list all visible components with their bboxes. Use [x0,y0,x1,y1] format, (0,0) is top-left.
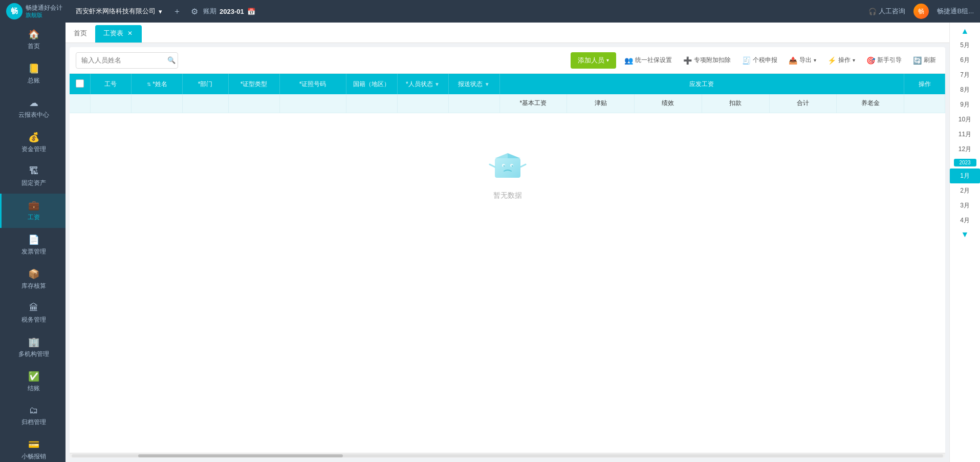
next-year-button[interactable]: ▼ [950,228,980,241]
user-avatar[interactable]: 畅 [913,4,929,19]
sidebar-item-salary[interactable]: 💼 工资 [0,194,66,228]
month-item-7[interactable]: 7月 [950,68,980,82]
svg-point-3 [503,165,505,166]
month-item-3[interactable]: 3月 [950,198,980,213]
calendar-icon[interactable]: 📅 [247,8,255,15]
content-area: 首页 工资表 ✕ 🔍 添加人员 ▾ 👥 统一社保设置 [66,23,949,462]
deduct-settings-button[interactable]: ➕ 专项附加扣除 [680,54,734,67]
expense-icon: 💳 [28,439,39,450]
operate-button[interactable]: ⚡ 操作 ▾ [824,54,858,67]
refresh-icon: 🔄 [913,56,922,65]
export-dropdown-arrow: ▾ [814,57,816,63]
refresh-button[interactable]: 🔄 刷新 [910,54,939,67]
sidebar-item-tax[interactable]: 🏛 税务管理 [0,297,66,330]
year-badge: 2023 [954,159,976,166]
sidebar-item-asset[interactable]: 🏗 固定资产 [0,160,66,194]
period-area: 账期 2023-01 📅 [203,7,255,16]
rstatus-filter-icon[interactable]: ▼ [485,81,490,87]
col-certtype-header: *证型类型 [228,74,279,94]
table-header-row1: 工号 ⇅ *姓名 *部门 *证型类型 *证照号码 国籍（地 [70,74,945,94]
company-selector[interactable]: 西安虾米网络科技有限公司 ▾ [72,5,166,18]
month-item-10[interactable]: 10月 [950,112,980,127]
sidebar-item-expense[interactable]: 💳 小畅报销 [0,433,66,462]
sidebar: 🏠 首页 📒 总账 ☁ 云报表中心 💰 资金管理 🏗 固定资产 💼 工资 📄 发… [0,23,66,462]
tab-close-button[interactable]: ✕ [126,29,134,37]
headset-icon: 🎧 [868,8,877,15]
month-item-9[interactable]: 9月 [950,97,980,112]
col-base-header: *基本工资 [499,94,567,113]
empty-state: 暂无数据 [70,113,945,231]
operate-dropdown-arrow: ▾ [853,57,855,63]
logo-text: 畅捷通好会计 旗舰版 [26,4,62,18]
month-item-6[interactable]: 6月 [950,53,980,68]
sidebar-item-closing[interactable]: ✅ 结账 [0,365,66,399]
export-button[interactable]: 📤 导出 ▾ [786,54,819,67]
salary-icon: 💼 [28,200,39,211]
export-icon: 📤 [789,56,797,65]
col-certno-header: *证照号码 [279,74,346,94]
sidebar-item-fund[interactable]: 💰 资金管理 [0,125,66,160]
tab-home[interactable]: 首页 [66,25,95,43]
sidebar-item-ledger[interactable]: 📒 总账 [0,57,66,91]
guide-icon: 🎯 [866,56,875,65]
col-salary-group-header: 应发工资 [499,74,904,94]
user-name[interactable]: 畅捷通B组... [937,7,974,16]
sidebar-item-archive[interactable]: 🗂 归档管理 [0,399,66,433]
svg-line-6 [520,164,526,167]
search-icon[interactable]: 🔍 [164,53,179,68]
header-actions: ＋ ⚙ [170,5,201,18]
human-service-button[interactable]: 🎧 人工咨询 [868,7,905,16]
guide-button[interactable]: 🎯 新手引导 [863,54,905,67]
col-action-header: 操作 [904,74,945,94]
search-input[interactable] [76,52,178,69]
social-settings-button[interactable]: 👥 统一社保设置 [621,54,675,67]
add-company-button[interactable]: ＋ [170,5,184,18]
scrollbar-track [72,454,943,457]
col-allowance-header: 津贴 [567,94,635,113]
sidebar-item-inventory[interactable]: 📦 库存核算 [0,262,66,297]
horizontal-scrollbar[interactable] [70,453,945,458]
tax-report-icon: 🧾 [742,56,751,65]
tax-report-button[interactable]: 🧾 个税申报 [739,54,780,67]
month-item-1[interactable]: 1月 [950,169,980,183]
home-icon: 🏠 [28,29,39,40]
add-dropdown-arrow: ▾ [606,57,609,63]
svg-line-5 [490,164,495,167]
svg-rect-0 [495,158,520,178]
select-all-checkbox[interactable] [76,79,84,88]
scrollbar-thumb[interactable] [138,454,343,457]
month-item-12[interactable]: 12月 [950,142,980,157]
month-item-11[interactable]: 11月 [950,127,980,142]
col-pension-header: 养老金 [837,94,904,113]
fund-icon: 💰 [28,132,39,143]
add-person-button[interactable]: 添加人员 ▾ [571,52,616,69]
month-item-4[interactable]: 4月 [950,213,980,228]
chevron-down-icon: ▾ [159,8,162,15]
cloud-icon: ☁ [29,97,38,109]
social-icon: 👥 [624,56,633,65]
sidebar-item-invoice[interactable]: 📄 发票管理 [0,228,66,262]
operate-icon: ⚡ [827,56,836,65]
month-item-5[interactable]: 5月 [950,38,980,53]
asset-icon: 🏗 [29,166,38,177]
name-sort-icon[interactable]: ⇅ [147,81,151,87]
month-item-8[interactable]: 8月 [950,82,980,97]
col-total-header: 合计 [769,94,837,113]
sidebar-item-multi[interactable]: 🏢 多机构管理 [0,330,66,365]
tab-salary[interactable]: 工资表 ✕ [95,25,142,43]
sidebar-item-report[interactable]: ☁ 云报表中心 [0,91,66,125]
sidebar-item-home[interactable]: 🏠 首页 [0,23,66,57]
prev-year-button[interactable]: ▲ [950,25,980,38]
col-name-header: ⇅ *姓名 [131,74,182,94]
col-dept-header: *部门 [182,74,228,94]
top-header: 畅 畅捷通好会计 旗舰版 西安虾米网络科技有限公司 ▾ ＋ ⚙ 账期 2023-… [0,0,980,23]
col-deduct-header: 扣款 [702,94,769,113]
month-item-2[interactable]: 2月 [950,183,980,198]
col-check-header [70,74,90,94]
pstatus-filter-icon[interactable]: ▼ [434,81,440,87]
closing-icon: ✅ [28,371,39,382]
settings-icon[interactable]: ⚙ [188,5,201,18]
logo-icon: 畅 [6,3,23,19]
inventory-icon: 📦 [28,268,39,280]
top-right: 🎧 人工咨询 畅 畅捷通B组... [868,4,974,19]
